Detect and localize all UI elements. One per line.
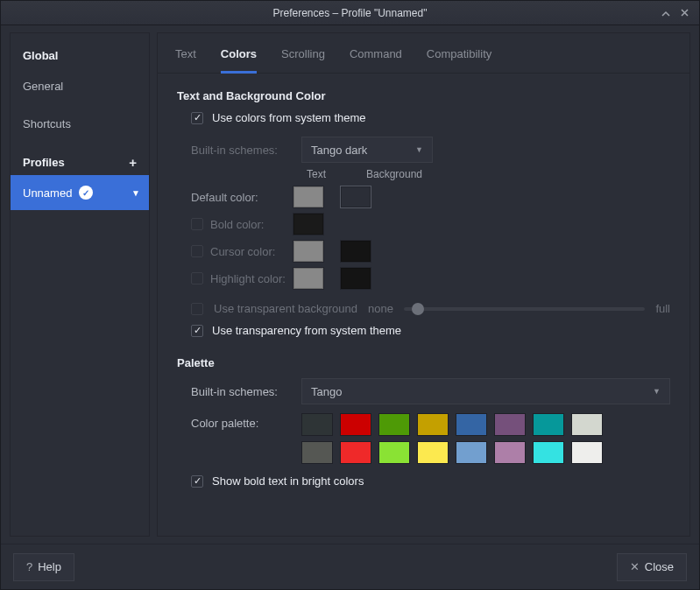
tab-compatibility[interactable]: Compatibility xyxy=(427,47,491,73)
sidebar-header-global: Global xyxy=(11,37,149,67)
close-button[interactable]: ✕ Close xyxy=(617,553,687,581)
swatch-default-text[interactable] xyxy=(293,186,324,208)
palette-swatch[interactable] xyxy=(417,413,449,436)
chevron-down-icon: ▼ xyxy=(653,387,661,396)
main-panel: Text Colors Scrolling Command Compatibil… xyxy=(157,32,690,537)
palette-swatch[interactable] xyxy=(571,413,603,436)
select-scheme2-value: Tango xyxy=(311,385,342,398)
checkbox-use-system-colors[interactable] xyxy=(191,112,203,124)
sidebar-item-profile-unnamed[interactable]: Unnamed ✓ ▼ xyxy=(11,175,149,210)
checkbox-cursor-color[interactable] xyxy=(191,245,203,257)
chevron-down-icon: ▼ xyxy=(415,145,423,154)
swatch-default-bg[interactable] xyxy=(340,186,371,208)
checkbox-use-transparency-system[interactable] xyxy=(191,325,203,337)
slider-thumb[interactable] xyxy=(412,303,424,315)
palette-swatch[interactable] xyxy=(301,441,333,464)
palette-swatch[interactable] xyxy=(494,413,526,436)
checkbox-highlight-color[interactable] xyxy=(191,272,203,284)
palette-swatch[interactable] xyxy=(456,441,487,464)
checkbox-transparent-bg[interactable] xyxy=(191,303,203,315)
transparency-slider[interactable] xyxy=(404,307,645,311)
label-use-transparency-system: Use transparency from system theme xyxy=(212,324,401,337)
tab-scrolling[interactable]: Scrolling xyxy=(281,47,325,73)
label-color-palette: Color palette: xyxy=(191,413,293,430)
add-profile-icon[interactable]: + xyxy=(129,155,137,170)
tab-text[interactable]: Text xyxy=(175,47,196,73)
label-cursor-color: Cursor color: xyxy=(210,245,275,258)
label-transparent-bg: Use transparent background xyxy=(214,302,357,315)
col-header-text: Text xyxy=(307,168,338,180)
swatch-cursor-bg[interactable] xyxy=(340,240,371,263)
sidebar-item-general[interactable]: General xyxy=(11,67,149,105)
label-bold-color: Bold color: xyxy=(210,218,264,231)
footer: ? Help ✕ Close xyxy=(1,544,699,589)
swatch-bold-text[interactable] xyxy=(293,213,324,235)
sidebar: Global General Shortcuts Profiles + Unna… xyxy=(10,32,150,537)
tab-colors[interactable]: Colors xyxy=(221,47,257,74)
swatch-highlight-bg[interactable] xyxy=(340,267,371,290)
checkbox-bold-color[interactable] xyxy=(191,218,203,230)
label-show-bold-bright: Show bold text in bright colors xyxy=(212,474,364,488)
tab-command[interactable]: Command xyxy=(350,47,402,73)
label-use-system-colors: Use colors from system theme xyxy=(212,111,366,124)
close-button-label: Close xyxy=(645,560,674,573)
profile-default-icon: ✓ xyxy=(79,186,93,200)
help-icon: ? xyxy=(26,560,32,573)
swatch-cursor-text[interactable] xyxy=(293,240,324,263)
palette-swatch[interactable] xyxy=(378,441,410,464)
profile-name-label: Unnamed xyxy=(23,186,72,200)
section-palette-title: Palette xyxy=(177,356,670,369)
palette-swatch[interactable] xyxy=(494,441,526,464)
palette-swatch[interactable] xyxy=(340,413,371,436)
sidebar-item-shortcuts[interactable]: Shortcuts xyxy=(11,105,149,143)
palette-swatch[interactable] xyxy=(456,413,487,436)
help-button[interactable]: ? Help xyxy=(13,553,74,581)
palette-swatch[interactable] xyxy=(378,413,410,436)
window-title: Preferences – Profile "Unnamed" xyxy=(1,7,699,19)
close-icon: ✕ xyxy=(630,560,640,573)
label-builtin-schemes-2: Built-in schemes: xyxy=(191,385,293,398)
titlebar: Preferences – Profile "Unnamed" xyxy=(1,1,699,25)
select-builtin-scheme-2[interactable]: Tango ▼ xyxy=(301,378,670,404)
help-button-label: Help xyxy=(38,560,61,573)
label-default-color: Default color: xyxy=(191,191,258,204)
palette-swatch[interactable] xyxy=(533,441,564,464)
palette-swatch[interactable] xyxy=(571,441,603,464)
sidebar-profiles-label: Profiles xyxy=(23,156,65,169)
palette-swatch[interactable] xyxy=(340,441,371,464)
palette-swatch[interactable] xyxy=(417,441,449,464)
sidebar-global-label: Global xyxy=(23,49,58,62)
col-header-background: Background xyxy=(366,168,398,180)
palette-swatch[interactable] xyxy=(301,413,333,436)
sidebar-header-profiles: Profiles + xyxy=(11,143,149,175)
palette-swatch[interactable] xyxy=(533,413,564,436)
select-builtin-scheme-1[interactable]: Tango dark ▼ xyxy=(301,137,433,163)
select-scheme1-value: Tango dark xyxy=(311,144,367,157)
checkbox-show-bold-bright[interactable] xyxy=(191,475,203,488)
section-text-bg-title: Text and Background Color xyxy=(177,89,670,102)
slider-max-label: full xyxy=(655,302,670,315)
slider-min-label: none xyxy=(368,302,393,315)
label-builtin-schemes-1: Built-in schemes: xyxy=(191,144,293,157)
tab-bar: Text Colors Scrolling Command Compatibil… xyxy=(158,33,689,74)
chevron-down-icon[interactable]: ▼ xyxy=(131,188,140,198)
color-palette-grid xyxy=(301,413,603,464)
swatch-highlight-text[interactable] xyxy=(293,267,324,290)
label-highlight-color: Highlight color: xyxy=(210,272,286,285)
